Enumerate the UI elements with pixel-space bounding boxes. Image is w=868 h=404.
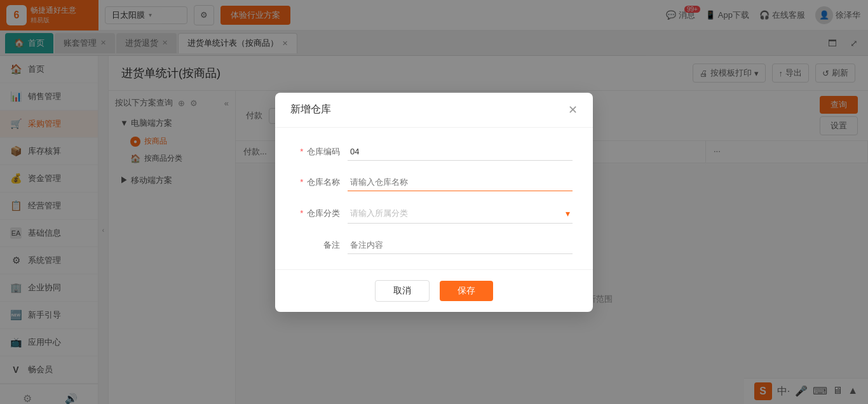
form-row-name: * 仓库名称 xyxy=(295,173,573,191)
form-label-notes: 备注 xyxy=(295,239,340,251)
required-star-category: * xyxy=(300,208,303,218)
warehouse-notes-input[interactable] xyxy=(348,236,573,254)
form-row-code: * 仓库编码 xyxy=(295,143,573,161)
dialog-footer: 取消 保存 xyxy=(275,269,593,312)
dialog-close-button[interactable]: ✕ xyxy=(568,103,578,117)
dialog-title: 新增仓库 xyxy=(290,103,331,116)
category-placeholder: 请输入所属分类 xyxy=(350,208,566,219)
warehouse-name-input[interactable] xyxy=(348,173,573,191)
form-row-category: * 仓库分类 请输入所属分类 ▾ xyxy=(295,204,573,224)
dialog-body: * 仓库编码 * 仓库名称 * 仓库分类 请输入 xyxy=(275,128,593,269)
save-button[interactable]: 保存 xyxy=(440,281,493,301)
cancel-button[interactable]: 取消 xyxy=(375,280,430,302)
warehouse-code-input[interactable] xyxy=(348,143,573,161)
form-label-code: * 仓库编码 xyxy=(295,146,340,158)
required-star-name: * xyxy=(300,177,303,187)
form-row-notes: 备注 xyxy=(295,236,573,254)
new-warehouse-dialog: 新增仓库 ✕ * 仓库编码 * 仓库名称 xyxy=(275,93,593,312)
category-arrow-icon: ▾ xyxy=(566,208,570,219)
dialog-header: 新增仓库 ✕ xyxy=(275,93,593,128)
form-label-name: * 仓库名称 xyxy=(295,177,340,188)
form-label-category: * 仓库分类 xyxy=(295,208,340,219)
modal-overlay: 新增仓库 ✕ * 仓库编码 * 仓库名称 xyxy=(0,0,868,404)
required-star-code: * xyxy=(300,147,303,156)
warehouse-category-select[interactable]: 请输入所属分类 ▾ xyxy=(348,204,573,224)
